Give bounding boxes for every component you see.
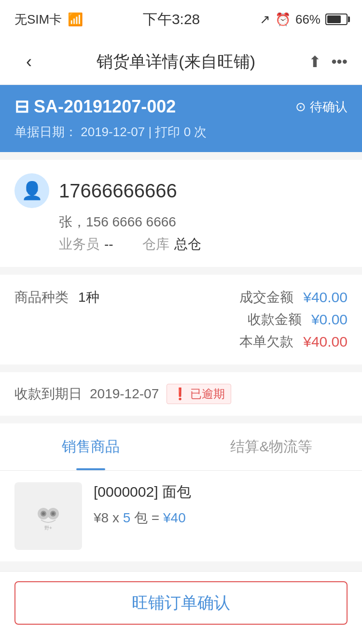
sales-value: -- xyxy=(104,237,113,252)
warehouse-value: 总仓 xyxy=(174,235,201,253)
customer-section: 👤 17666666666 张，156 6666 6666 业务员 -- 仓库 … xyxy=(0,160,362,267)
svg-point-4 xyxy=(42,512,45,515)
status-left: 无SIM卡 📶 xyxy=(14,11,83,28)
doc-icon: ⊟ xyxy=(14,97,29,117)
summary-row: 商品种类 1种 成交金额 ¥40.00 收款金额 ¥0.00 本单欠款 ¥40.… xyxy=(14,288,348,351)
tab-settlement[interactable]: 结算&物流等 xyxy=(181,423,362,470)
back-button[interactable]: ‹ xyxy=(14,47,43,76)
overdue-icon: ❗ xyxy=(173,387,187,401)
avatar: 👤 xyxy=(14,173,49,208)
customer-meta: 业务员 -- 仓库 总仓 xyxy=(59,235,348,253)
amount-label: 成交金额 xyxy=(239,288,293,307)
order-id-row: ⊟ SA-20191207-002 ⊙ 待确认 xyxy=(14,97,348,117)
overdue-badge: ❗ 已逾期 xyxy=(167,384,231,404)
tab-sales-goods-label: 销售商品 xyxy=(62,438,120,454)
date-label: 单据日期： xyxy=(14,125,77,139)
tabs-section: 销售商品 结算&物流等 野+ [0000002] 面包 xyxy=(0,423,362,561)
order-id: ⊟ SA-20191207-002 xyxy=(14,97,176,117)
received-row: 收款金额 ¥0.00 xyxy=(248,310,348,329)
sales-label: 业务员 xyxy=(59,235,99,253)
order-id-value: SA-20191207-002 xyxy=(34,97,176,117)
status-clock-icon: ⊙ xyxy=(295,99,306,114)
summary-left: 商品种类 1种 xyxy=(14,288,99,307)
product-thumbnail: 野+ xyxy=(14,482,82,550)
owed-label: 本单欠款 xyxy=(239,333,293,351)
amount-value: ¥40.00 xyxy=(303,289,348,306)
svg-point-5 xyxy=(52,512,55,515)
summary-section: 商品种类 1种 成交金额 ¥40.00 收款金额 ¥0.00 本单欠款 ¥40.… xyxy=(0,275,362,364)
status-text: 待确认 xyxy=(310,98,348,115)
wifi-icon: 📶 xyxy=(68,12,83,27)
received-label: 收款金额 xyxy=(248,310,302,329)
bottom-bar: 旺铺订单确认 xyxy=(0,571,362,644)
price-unit: ¥8 xyxy=(94,510,109,525)
tab-sales-goods[interactable]: 销售商品 xyxy=(0,423,181,470)
due-date-label: 收款到期日 xyxy=(14,385,82,403)
product-unit: 包 xyxy=(134,510,148,525)
status-right: ↗ ⏰ 66% xyxy=(260,12,348,27)
product-name-text: 面包 xyxy=(162,484,191,500)
product-price-row: ¥8 x 5 包 = ¥40 xyxy=(94,509,348,527)
sales-meta: 业务员 -- xyxy=(59,235,113,253)
status-bar: 无SIM卡 📶 下午3:28 ↗ ⏰ 66% xyxy=(0,0,362,39)
date-value: 2019-12-07 xyxy=(81,125,145,139)
due-date-value: 2019-12-07 xyxy=(90,386,159,402)
product-type-value: 1种 xyxy=(78,288,99,307)
amount-row: 成交金额 ¥40.00 xyxy=(239,288,348,307)
price-x: x xyxy=(112,510,123,525)
customer-phone: 17666666666 xyxy=(59,180,177,202)
product-name: [0000002] 面包 xyxy=(94,482,348,502)
product-qty: 5 xyxy=(123,510,131,525)
customer-main-row: 👤 17666666666 xyxy=(14,173,348,208)
owed-row: 本单欠款 ¥40.00 xyxy=(239,333,348,351)
received-value: ¥0.00 xyxy=(311,311,348,328)
customer-name: 张，156 6666 6666 xyxy=(59,213,348,231)
product-info: [0000002] 面包 ¥8 x 5 包 = ¥40 xyxy=(94,482,348,527)
page-title: 销货单详情(来自旺铺) xyxy=(97,51,255,73)
print-info: | 打印 0 次 xyxy=(148,125,207,139)
product-total: ¥40 xyxy=(163,510,186,525)
battery-icon xyxy=(325,14,348,25)
alarm-icon: ⏰ xyxy=(275,12,291,27)
owed-value: ¥40.00 xyxy=(303,334,348,350)
status-time: 下午3:28 xyxy=(143,10,200,29)
share-button[interactable]: ⬆ xyxy=(308,53,321,71)
order-date-info: 单据日期： 2019-12-07 | 打印 0 次 xyxy=(14,124,348,140)
due-date-section: 收款到期日 2019-12-07 ❗ 已逾期 xyxy=(0,372,362,416)
confirm-order-label: 旺铺订单确认 xyxy=(132,592,230,614)
more-button[interactable]: ••• xyxy=(331,53,348,70)
order-header-card: ⊟ SA-20191207-002 ⊙ 待确认 单据日期： 2019-12-07… xyxy=(0,85,362,152)
overdue-text: 已逾期 xyxy=(190,386,225,402)
carrier-label: 无SIM卡 xyxy=(14,11,62,28)
location-icon: ↗ xyxy=(260,12,270,27)
warehouse-label: 仓库 xyxy=(142,235,169,253)
warehouse-meta: 仓库 总仓 xyxy=(142,235,201,253)
tabs-row: 销售商品 结算&物流等 xyxy=(0,423,362,471)
price-eq: = xyxy=(152,510,163,525)
nav-right: ⬆ ••• xyxy=(308,53,348,71)
product-type-label: 商品种类 xyxy=(14,288,69,307)
nav-bar: ‹ 销货单详情(来自旺铺) ⬆ ••• xyxy=(0,39,362,85)
svg-text:野+: 野+ xyxy=(44,525,52,531)
product-thumb-image: 野+ xyxy=(29,502,68,531)
summary-right: 成交金额 ¥40.00 收款金额 ¥0.00 本单欠款 ¥40.00 xyxy=(239,288,348,351)
confirm-order-button[interactable]: 旺铺订单确认 xyxy=(14,581,348,625)
avatar-icon: 👤 xyxy=(21,181,43,201)
order-status: ⊙ 待确认 xyxy=(295,98,348,115)
tab-settlement-label: 结算&物流等 xyxy=(230,438,312,454)
battery-percentage: 66% xyxy=(295,12,320,27)
product-code: [0000002] xyxy=(94,484,158,500)
product-item: 野+ [0000002] 面包 ¥8 x 5 包 = ¥40 xyxy=(0,471,362,561)
